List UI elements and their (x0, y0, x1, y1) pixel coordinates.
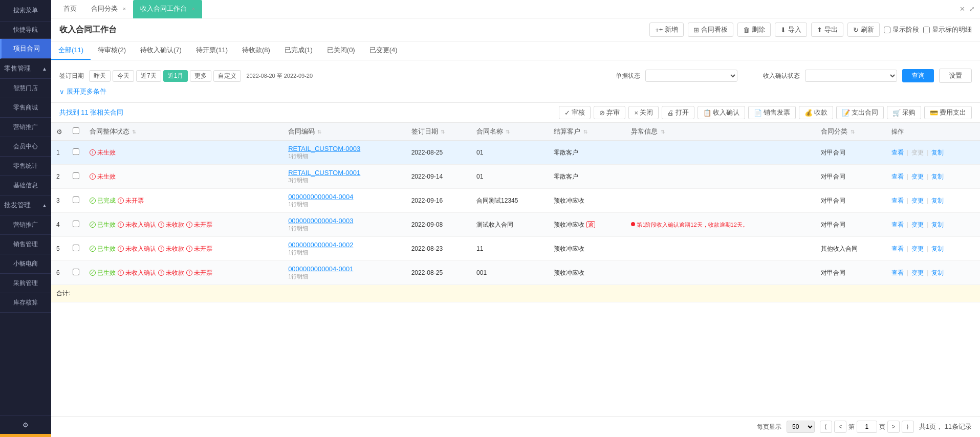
row-select-checkbox[interactable] (73, 221, 79, 227)
status-tab-pending-invoice[interactable]: 待开票(11) (189, 41, 235, 60)
contract-code-link[interactable]: RETAIL_CUSTOM-0001 (288, 169, 360, 177)
sidebar-item-stock[interactable]: 库存核算 (0, 293, 51, 313)
sidebar-item-project[interactable]: 项目合同 (0, 39, 51, 59)
new-button[interactable]: + + 新增 (649, 23, 684, 37)
income-confirm-button[interactable]: 📋 收入确认 (698, 106, 745, 119)
status-tab-closed[interactable]: 已关闭(0) (320, 41, 362, 60)
status-tab-pending-payment[interactable]: 待收款(8) (235, 41, 277, 60)
contract-board-button[interactable]: ⊞ 合同看板 (688, 23, 733, 37)
action-查看-btn[interactable]: 查看 (891, 221, 904, 229)
action-查看-btn[interactable]: 查看 (891, 196, 904, 205)
row-select-checkbox[interactable] (73, 148, 79, 155)
tab-income-workbench[interactable]: 收入合同工作台 × (133, 0, 202, 18)
action-查看-btn[interactable]: 查看 (891, 148, 904, 157)
action-变更-btn[interactable]: 变更 (911, 221, 924, 229)
next-page-btn[interactable]: > (887, 421, 900, 433)
action-查看-btn[interactable]: 查看 (891, 245, 904, 253)
tab-home[interactable]: 首页 (56, 0, 84, 18)
sort-icon[interactable]: ⇅ (132, 129, 136, 135)
out-contract-button[interactable]: 📝 支出合同 (836, 106, 884, 119)
action-复制-btn[interactable]: 复制 (931, 148, 944, 157)
custom-btn[interactable]: 自定义 (213, 70, 241, 82)
income-confirm-select[interactable] (805, 70, 897, 82)
action-查看-btn[interactable]: 查看 (891, 172, 904, 181)
action-复制-btn[interactable]: 复制 (931, 221, 944, 229)
window-close-icon[interactable]: ✕ (957, 3, 967, 15)
set-button[interactable]: 设置 (939, 69, 972, 83)
sidebar-settings[interactable]: ⚙ (0, 416, 51, 434)
prev-page-btn[interactable]: < (834, 421, 846, 433)
status-tab-all[interactable]: 全部(11) (51, 41, 91, 60)
expense-out-button[interactable]: 💳 费用支出 (924, 106, 972, 119)
status-tab-pending-income[interactable]: 待收入确认(7) (133, 41, 189, 60)
action-变更-btn[interactable]: 变更 (911, 148, 924, 157)
row-select-checkbox[interactable] (73, 196, 79, 203)
action-变更-btn[interactable]: 变更 (911, 269, 924, 277)
contract-code-link[interactable]: 0000000000004-0004 (288, 193, 353, 201)
window-expand-icon[interactable]: ⤢ (969, 5, 975, 13)
status-tab-pending-review[interactable]: 待审核(2) (91, 41, 133, 60)
close-tab-contract-category[interactable]: × (123, 6, 126, 12)
close-tab-income-workbench[interactable]: × (192, 6, 195, 12)
settings-icon[interactable]: ⚙ (56, 128, 62, 136)
sidebar-item-purchase[interactable]: 采购管理 (0, 274, 51, 293)
sort-icon[interactable]: ⇅ (583, 129, 587, 135)
payment-button[interactable]: 💰 收款 (799, 106, 833, 119)
page-number-input[interactable] (857, 421, 877, 433)
sort-icon[interactable]: ⇅ (441, 129, 445, 135)
sidebar-item-xiaochangec[interactable]: 小畅电商 (0, 254, 51, 274)
row-select-checkbox[interactable] (73, 172, 79, 179)
import-button[interactable]: ⬇ 导入 (775, 23, 807, 37)
action-变更-btn[interactable]: 变更 (911, 172, 924, 181)
sidebar-item-basic-info[interactable]: 基础信息 (0, 176, 51, 195)
tab-contract-category[interactable]: 合同分类 × (84, 0, 133, 18)
sidebar-item-retail-stats[interactable]: 零售统计 (0, 157, 51, 176)
sidebar-item-marketing[interactable]: 营销推广 (0, 118, 51, 137)
page-size-select[interactable]: 50 10 20 100 (787, 421, 815, 433)
last7days-btn[interactable]: 近7天 (136, 70, 161, 82)
select-all-checkbox[interactable] (73, 127, 79, 134)
delete-button[interactable]: 🗑 删除 (737, 23, 771, 37)
contract-code-link[interactable]: 0000000000004-0002 (288, 241, 353, 249)
sidebar-item-smart-store[interactable]: 智慧门店 (0, 79, 51, 98)
action-变更-btn[interactable]: 变更 (911, 196, 924, 205)
show-detail-input[interactable] (923, 27, 930, 33)
expand-more-btn[interactable]: ∨ 展开更多条件 (59, 85, 972, 98)
action-复制-btn[interactable]: 复制 (931, 269, 944, 277)
show-stage-checkbox[interactable]: 显示阶段 (884, 25, 919, 34)
show-stage-input[interactable] (884, 27, 890, 33)
purchase-button[interactable]: 🛒 采购 (887, 106, 921, 119)
first-page-btn[interactable]: ⟨ (820, 421, 832, 433)
close-button[interactable]: × 关闭 (628, 106, 659, 119)
sales-invoice-button[interactable]: 📄 销售发票 (748, 106, 796, 119)
sort-icon[interactable]: ⇅ (661, 129, 665, 135)
action-查看-btn[interactable]: 查看 (891, 269, 904, 277)
more-btn[interactable]: 更多 (190, 70, 211, 82)
contract-code-link[interactable]: RETAIL_CUSTOM-0003 (288, 145, 360, 152)
sort-icon[interactable]: ⇅ (851, 129, 855, 135)
row-select-checkbox[interactable] (73, 245, 79, 251)
sidebar-item-retail-mgmt[interactable]: 零售管理 ▲ (0, 59, 51, 79)
today-btn[interactable]: 今天 (113, 70, 134, 82)
sort-icon[interactable]: ⇅ (506, 129, 510, 135)
sort-icon[interactable]: ⇅ (317, 129, 321, 135)
action-复制-btn[interactable]: 复制 (931, 196, 944, 205)
abandon-button[interactable]: ⊘ 弃审 (594, 106, 625, 119)
last1month-btn[interactable]: 近1月 (163, 70, 188, 82)
sidebar-item-retail-mall[interactable]: 零售商城 (0, 98, 51, 118)
refresh-button[interactable]: ↻ 刷新 (847, 23, 880, 37)
yesterday-btn[interactable]: 昨天 (89, 70, 111, 82)
print-button[interactable]: 🖨 打开 (662, 106, 694, 119)
action-复制-btn[interactable]: 复制 (931, 245, 944, 253)
export-button[interactable]: ⬆ 导出 (811, 23, 843, 37)
sidebar-item-sales-mgmt[interactable]: 销售管理 (0, 235, 51, 254)
row-select-checkbox[interactable] (73, 269, 79, 275)
contract-code-link[interactable]: 0000000000004-0001 (288, 265, 353, 273)
sidebar-search[interactable]: 搜索菜单 (0, 0, 51, 21)
contract-code-link[interactable]: 0000000000004-0003 (288, 217, 353, 225)
sidebar-item-wholesale[interactable]: 批发管理 ▲ (0, 195, 51, 215)
sidebar-item-member[interactable]: 会员中心 (0, 137, 51, 157)
show-detail-checkbox[interactable]: 显示标的明细 (923, 25, 972, 34)
action-复制-btn[interactable]: 复制 (931, 172, 944, 181)
doc-status-select[interactable] (645, 70, 737, 82)
